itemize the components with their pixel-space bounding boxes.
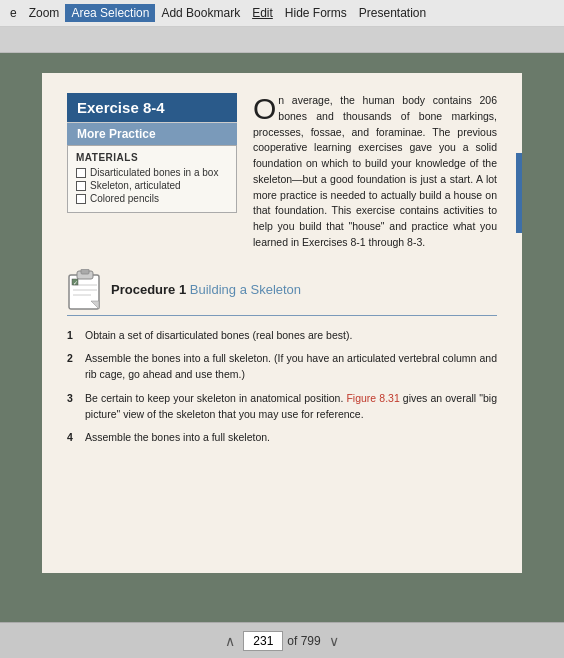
procedure-title: Procedure 1 Building a Skeleton <box>111 282 301 297</box>
menu-bar: e Zoom Area Selection Add Bookmark Edit … <box>0 0 564 27</box>
material-checkbox-3[interactable] <box>76 194 86 204</box>
material-item-2: Skeleton, articulated <box>76 180 228 191</box>
page-navigation: ∧ of 799 ∨ <box>221 631 342 651</box>
materials-box: MATERIALS Disarticulated bones in a box … <box>67 145 237 213</box>
step-text-2: Assemble the bones into a full skeleton.… <box>85 351 497 383</box>
bottom-navigation-bar: ∧ of 799 ∨ <box>0 622 564 658</box>
menu-item-e[interactable]: e <box>4 6 23 20</box>
toolbar <box>0 27 564 53</box>
step-item-1: 1 Obtain a set of disarticulated bones (… <box>67 328 497 344</box>
figure-reference: Figure 8.31 <box>346 392 399 404</box>
step-item-4: 4 Assemble the bones into a full skeleto… <box>67 430 497 446</box>
svg-rect-2 <box>81 269 89 274</box>
exercise-box: Exercise 8-4 More Practice MATERIALS Dis… <box>67 93 237 251</box>
menu-item-selection[interactable]: Area Selection <box>65 4 155 22</box>
menu-item-hide-forms[interactable]: Hide Forms <box>279 6 353 20</box>
step-number-1: 1 <box>67 328 79 344</box>
exercise-title: Exercise 8-4 <box>67 93 237 123</box>
step-number-4: 4 <box>67 430 79 446</box>
exercise-header: Exercise 8-4 More Practice MATERIALS Dis… <box>67 93 497 251</box>
drop-cap: O <box>253 97 276 121</box>
procedure-header: ✓ Procedure 1 Building a Skeleton <box>67 269 497 316</box>
page-down-arrow[interactable]: ∨ <box>325 633 343 649</box>
material-item-3: Colored pencils <box>76 193 228 204</box>
step-number-2: 2 <box>67 351 79 367</box>
more-practice-label: More Practice <box>67 123 237 145</box>
procedure-subtitle: Building a Skeleton <box>190 282 301 297</box>
material-label-1: Disarticulated bones in a box <box>90 167 218 178</box>
menu-item-edit[interactable]: Edit <box>246 6 279 20</box>
right-sidebar-bar <box>516 153 522 233</box>
procedure-label: Procedure 1 <box>111 282 186 297</box>
step-number-3: 3 <box>67 391 79 407</box>
intro-text: On average, the human body contains 206 … <box>253 93 497 251</box>
svg-text:✓: ✓ <box>73 280 78 286</box>
material-label-3: Colored pencils <box>90 193 159 204</box>
menu-item-presentation[interactable]: Presentation <box>353 6 432 20</box>
materials-title: MATERIALS <box>76 152 228 163</box>
menu-item-zoom[interactable]: Zoom <box>23 6 66 20</box>
menu-item-add-bookmark[interactable]: Add Bookmark <box>155 6 246 20</box>
document-page: Exercise 8-4 More Practice MATERIALS Dis… <box>42 73 522 573</box>
material-checkbox-1[interactable] <box>76 168 86 178</box>
material-checkbox-2[interactable] <box>76 181 86 191</box>
page-number-input[interactable] <box>243 631 283 651</box>
page-up-arrow[interactable]: ∧ <box>221 633 239 649</box>
clipboard-icon: ✓ <box>67 269 103 311</box>
step-text-3: Be certain to keep your skeleton in anat… <box>85 391 497 423</box>
steps-list: 1 Obtain a set of disarticulated bones (… <box>67 328 497 447</box>
material-label-2: Skeleton, articulated <box>90 180 181 191</box>
procedure-section: ✓ Procedure 1 Building a Skeleton 1 Obta… <box>67 269 497 447</box>
main-content: Exercise 8-4 More Practice MATERIALS Dis… <box>0 53 564 622</box>
step-text-4: Assemble the bones into a full skeleton. <box>85 430 270 446</box>
material-item-1: Disarticulated bones in a box <box>76 167 228 178</box>
step-item-3: 3 Be certain to keep your skeleton in an… <box>67 391 497 423</box>
step-item-2: 2 Assemble the bones into a full skeleto… <box>67 351 497 383</box>
step-text-1: Obtain a set of disarticulated bones (re… <box>85 328 352 344</box>
page-total-label: of 799 <box>287 634 320 648</box>
